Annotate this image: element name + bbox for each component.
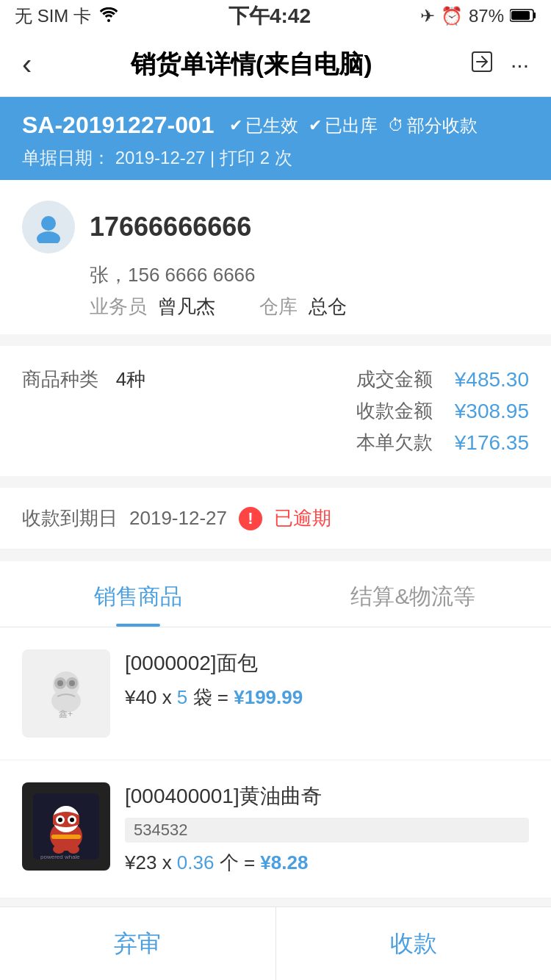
date-value: 2019-12-27 — [115, 148, 206, 167]
salesperson-value: 曾凡杰 — [158, 295, 215, 317]
stats-left: 商品种类 4种 — [22, 367, 145, 392]
product-types-value: 4种 — [116, 368, 145, 390]
product-name-1: [0000002]面包 — [125, 649, 529, 677]
check-icon-1: ✔ — [229, 116, 242, 135]
customer-row: 17666666666 — [22, 201, 529, 253]
debt-label: 本单欠款 — [356, 430, 433, 455]
overdue-icon: ! — [239, 507, 262, 530]
badge-partial: ⏱ 部分收款 — [388, 114, 478, 137]
customer-section: 17666666666 张，156 6666 6666 业务员 曾凡杰 仓库 总… — [0, 180, 551, 334]
product-types-label: 商品种类 — [22, 368, 98, 390]
list-item: 鑫+ [0000002]面包 ¥40 x 5 袋 = ¥199.99 — [0, 627, 551, 760]
avatar — [22, 201, 75, 253]
product-info-1: [0000002]面包 ¥40 x 5 袋 = ¥199.99 — [125, 649, 529, 738]
svg-point-21 — [53, 845, 65, 854]
bottom-bar: 弃审 收款 — [0, 907, 551, 980]
product-image-2: powered whale — [22, 782, 110, 871]
unit-2: 个 — [220, 851, 239, 873]
customer-meta: 业务员 曾凡杰 仓库 总仓 — [22, 294, 529, 320]
qty-2: 0.36 — [177, 851, 215, 873]
deal-amount-label: 成交金额 — [356, 367, 433, 392]
product-sku-2: 534532 — [125, 818, 529, 843]
confirm-button[interactable]: 收款 — [276, 907, 552, 980]
received-value: ¥308.95 — [455, 400, 529, 423]
received-label: 收款金额 — [356, 398, 433, 424]
status-bar: 无 SIM 卡 下午4:42 ✈ ⏰ 87% — [0, 0, 551, 32]
svg-point-19 — [70, 818, 74, 822]
svg-point-18 — [58, 818, 62, 822]
product-info-2: [000400001]黄油曲奇 534532 ¥23 x 0.36 个 = ¥8… — [125, 782, 529, 876]
stats-right: 成交金额 ¥485.30 收款金额 ¥308.95 本单欠款 ¥176.35 — [356, 367, 529, 455]
svg-rect-2 — [511, 11, 530, 20]
more-icon[interactable]: ··· — [511, 52, 529, 77]
svg-point-5 — [37, 231, 60, 243]
banner-subtitle: 单据日期： 2019-12-27 | 打印 2 次 — [22, 146, 529, 170]
location-icon: ✈ — [420, 6, 435, 26]
svg-point-4 — [41, 216, 56, 231]
overdue-text: 已逾期 — [274, 505, 331, 531]
alarm-icon: ⏰ — [441, 6, 463, 26]
nav-actions: ··· — [471, 51, 529, 78]
svg-text:鑫+: 鑫+ — [59, 709, 73, 719]
banner-top: SA-20191227-001 ✔ 已生效 ✔ 已出库 ⏱ 部分收款 — [22, 112, 529, 139]
print-info: | 打印 2 次 — [210, 148, 292, 167]
salesperson-label: 业务员 — [90, 295, 147, 317]
product-name-2: [000400001]黄油曲奇 — [125, 782, 529, 810]
battery-text: 87% — [469, 6, 504, 26]
product-list: 鑫+ [0000002]面包 ¥40 x 5 袋 = ¥199.99 — [0, 627, 551, 898]
tab-settlement[interactable]: 结算&物流等 — [276, 561, 551, 627]
clock-icon: ⏱ — [388, 116, 404, 135]
badge-effective: ✔ 已生效 — [229, 114, 298, 137]
share-icon[interactable] — [471, 51, 493, 78]
check-icon-2: ✔ — [309, 116, 322, 135]
warehouse-info: 仓库 总仓 — [259, 294, 347, 320]
total-1: ¥199.99 — [234, 686, 303, 708]
qty-1: 5 — [177, 686, 187, 708]
back-button[interactable]: ‹ — [22, 48, 32, 81]
deal-amount-row: 成交金额 ¥485.30 — [356, 367, 529, 392]
svg-rect-1 — [533, 12, 536, 18]
debt-row: 本单欠款 ¥176.35 — [356, 430, 529, 455]
salesperson-info: 业务员 曾凡杰 — [90, 294, 215, 320]
svg-point-9 — [57, 680, 63, 686]
header-banner: SA-20191227-001 ✔ 已生效 ✔ 已出库 ⏱ 部分收款 单据日期：… — [0, 97, 551, 180]
svg-point-10 — [69, 680, 75, 686]
received-row: 收款金额 ¥308.95 — [356, 398, 529, 424]
product-price-1: ¥40 x 5 袋 = ¥199.99 — [125, 685, 529, 710]
debt-value: ¥176.35 — [455, 431, 529, 455]
product-price-2: ¥23 x 0.36 个 = ¥8.28 — [125, 850, 529, 876]
sim-status: 无 SIM 卡 — [15, 4, 91, 28]
list-item: powered whale [000400001]黄油曲奇 534532 ¥23… — [0, 760, 551, 898]
battery-icon — [510, 6, 536, 26]
tabs: 销售商品 结算&物流等 — [0, 561, 551, 627]
svg-point-22 — [68, 845, 79, 854]
price-base-1: ¥40 — [125, 686, 156, 708]
warehouse-value: 总仓 — [309, 295, 347, 317]
tab-sales-products[interactable]: 销售商品 — [0, 561, 276, 627]
nav-bar: ‹ 销货单详情(来自电脑) ··· — [0, 32, 551, 97]
section-divider — [0, 550, 551, 561]
customer-id: 17666666666 — [90, 212, 251, 242]
page-title: 销货单详情(来自电脑) — [131, 48, 372, 82]
status-right: ✈ ⏰ 87% — [420, 6, 536, 26]
unit-1: 袋 — [193, 686, 212, 708]
total-2: ¥8.28 — [260, 851, 308, 873]
time-display: 下午4:42 — [228, 2, 311, 30]
svg-rect-20 — [51, 835, 81, 839]
due-section: 收款到期日 2019-12-27 ! 已逾期 — [0, 488, 551, 550]
date-label: 单据日期： — [22, 148, 110, 167]
product-types-row: 商品种类 4种 — [22, 367, 145, 392]
order-id: SA-20191227-001 — [22, 112, 215, 139]
status-badges: ✔ 已生效 ✔ 已出库 ⏱ 部分收款 — [229, 114, 478, 137]
stats-section: 商品种类 4种 成交金额 ¥485.30 收款金额 ¥308.95 本单欠款 ¥… — [0, 346, 551, 476]
deal-amount-value: ¥485.30 — [455, 368, 529, 392]
due-date-value: 2019-12-27 — [129, 507, 227, 530]
svg-text:powered whale: powered whale — [40, 854, 80, 860]
price-base-2: ¥23 — [125, 851, 156, 873]
status-left: 无 SIM 卡 — [15, 4, 119, 28]
wifi-icon — [98, 6, 119, 26]
product-image-1: 鑫+ — [22, 649, 110, 738]
warehouse-label: 仓库 — [259, 295, 298, 317]
badge-shipped: ✔ 已出库 — [309, 114, 378, 137]
cancel-button[interactable]: 弃审 — [0, 907, 276, 980]
